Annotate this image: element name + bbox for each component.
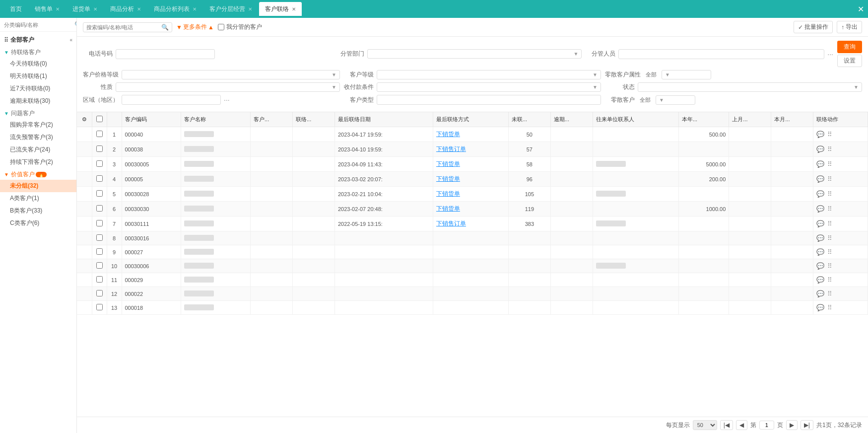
td-checkbox[interactable] (92, 231, 107, 245)
more-action-icon[interactable]: ⠿ (827, 175, 832, 183)
page-input[interactable] (759, 421, 774, 430)
contact-type-link[interactable]: 下销货单 (436, 205, 460, 212)
td-checkbox[interactable] (92, 127, 107, 142)
tab-sales[interactable]: 销售单 ✕ (29, 2, 66, 16)
td-last-contact-type[interactable] (433, 231, 508, 245)
contact-type-link[interactable]: 下销货单 (436, 160, 460, 167)
tab-sales-close[interactable]: ✕ (56, 6, 60, 12)
td-last-contact-type[interactable] (433, 273, 508, 287)
sidebar-item-c-class[interactable]: C类客户(6) (0, 217, 76, 229)
chat-icon[interactable]: 💬 (816, 262, 824, 270)
chat-icon[interactable]: 💬 (816, 160, 824, 168)
sidebar-item-churn-warning[interactable]: 流失预警客户(3) (0, 131, 76, 144)
sidebar-item-7days[interactable]: 近7天待联络(0) (0, 82, 76, 95)
chat-icon[interactable]: 💬 (816, 131, 824, 138)
row-checkbox[interactable] (96, 205, 103, 212)
chat-icon[interactable]: 💬 (816, 220, 824, 227)
td-checkbox[interactable] (92, 202, 107, 216)
more-action-icon[interactable]: ⠿ (827, 290, 832, 297)
chat-icon[interactable]: 💬 (816, 234, 824, 242)
retail-attr-select[interactable]: ▼ (662, 70, 711, 79)
td-last-contact-type[interactable] (433, 287, 508, 301)
sidebar-item-today[interactable]: 今天待联络(0) (0, 58, 76, 70)
td-last-contact-type[interactable] (433, 259, 508, 273)
chat-icon[interactable]: 💬 (816, 276, 824, 284)
td-last-contact-type[interactable]: 下销货单 (433, 202, 508, 216)
chat-icon[interactable]: 💬 (816, 290, 824, 297)
reset-btn[interactable]: 设置 (837, 55, 862, 67)
sidebar-item-ungraded[interactable]: 未分组(32) (0, 180, 76, 192)
contact-type-link[interactable]: 下销货单 (436, 190, 460, 197)
sidebar-collapse-icon[interactable]: « (69, 37, 72, 43)
tab-purchase[interactable]: 进货单 ✕ (67, 2, 103, 16)
chat-icon[interactable]: 💬 (816, 190, 824, 198)
more-conditions-btn[interactable]: ▼ 更多条件 ▲ (176, 23, 214, 31)
td-checkbox[interactable] (92, 172, 107, 187)
more-action-icon[interactable]: ⠿ (827, 234, 832, 242)
first-page-btn[interactable]: |◀ (720, 420, 733, 430)
main-search-icon[interactable]: 🔍 (161, 24, 169, 31)
main-search-input[interactable] (86, 24, 159, 30)
next-page-btn[interactable]: ▶ (786, 420, 798, 430)
td-last-contact-type[interactable] (433, 245, 508, 259)
chat-icon[interactable]: 💬 (816, 175, 824, 183)
th-settings[interactable]: ⚙ (77, 112, 92, 127)
tab-product-list[interactable]: 商品分析列表 ✕ (148, 2, 202, 16)
sidebar-item-a-class[interactable]: A类客户(1) (0, 192, 76, 205)
more-action-icon[interactable]: ⠿ (827, 262, 832, 270)
customer-type-input[interactable] (377, 95, 601, 105)
per-page-select[interactable]: 50 100 200 (693, 420, 717, 430)
td-checkbox[interactable] (92, 142, 107, 157)
row-checkbox[interactable] (96, 248, 103, 255)
chat-icon[interactable]: 💬 (816, 304, 824, 311)
row-checkbox[interactable] (96, 175, 103, 182)
td-last-contact-type[interactable]: 下销货单 (433, 127, 508, 142)
sidebar-item-churned[interactable]: 已流失客户(24) (0, 144, 76, 156)
tab-product-analysis-close[interactable]: ✕ (137, 6, 141, 12)
td-checkbox[interactable] (92, 273, 107, 287)
group-value-title[interactable]: ▼ 价值客户 🔥 (0, 168, 76, 180)
more-action-icon[interactable]: ⠿ (827, 304, 832, 311)
chat-icon[interactable]: 💬 (816, 248, 824, 256)
sidebar-item-overdue[interactable]: 逾期未联络(30) (0, 95, 76, 107)
more-action-icon[interactable]: ⠿ (827, 131, 832, 138)
dept-select[interactable]: ▼ (367, 49, 582, 59)
td-checkbox[interactable] (92, 157, 107, 172)
price-level-select[interactable]: ▼ (122, 70, 340, 79)
chat-icon[interactable]: 💬 (816, 145, 824, 153)
phone-input[interactable] (116, 49, 215, 59)
group-pending-title[interactable]: ▼ 待联络客户 (0, 46, 76, 58)
manager-input[interactable] (618, 49, 824, 59)
td-last-contact-type[interactable]: 下销货单 (433, 172, 508, 187)
manager-more-icon[interactable]: ··· (827, 50, 833, 58)
td-checkbox[interactable] (92, 287, 107, 301)
td-last-contact-type[interactable]: 下销售订单 (433, 142, 508, 157)
tab-product-analysis[interactable]: 商品分析 ✕ (104, 2, 147, 16)
chat-icon[interactable]: 💬 (816, 205, 824, 213)
more-action-icon[interactable]: ⠿ (827, 190, 832, 198)
tab-home[interactable]: 首页 (4, 2, 28, 16)
last-page-btn[interactable]: ▶| (801, 420, 813, 430)
row-checkbox[interactable] (96, 304, 103, 310)
tab-customer-contact[interactable]: 客户联络 ✕ (259, 2, 302, 16)
more-action-icon[interactable]: ⠿ (827, 160, 832, 168)
sidebar-item-b-class[interactable]: B类客户(33) (0, 205, 76, 217)
th-checkbox[interactable] (92, 112, 107, 127)
region-input[interactable] (122, 95, 221, 105)
more-action-icon[interactable]: ⠿ (827, 276, 832, 284)
category-search-input[interactable] (4, 22, 72, 28)
row-checkbox[interactable] (96, 234, 103, 241)
retail-customer-select[interactable]: ▼ (656, 95, 695, 105)
batch-operations-btn[interactable]: ✓ 批量操作 (794, 21, 833, 33)
export-btn[interactable]: ↑ 导出 (837, 21, 862, 33)
row-checkbox[interactable] (96, 190, 103, 197)
td-last-contact-type[interactable]: 下销售订单 (433, 216, 508, 231)
prev-page-btn[interactable]: ◀ (736, 420, 747, 430)
my-customers-checkbox[interactable] (218, 24, 224, 30)
group-problem-title[interactable]: ▼ 问题客户 (0, 107, 76, 119)
query-btn[interactable]: 查询 (837, 41, 862, 53)
tab-customer-segment[interactable]: 客户分层经营 ✕ (203, 2, 258, 16)
td-checkbox[interactable] (92, 187, 107, 202)
contact-type-link[interactable]: 下销货单 (436, 131, 460, 138)
more-action-icon[interactable]: ⠿ (827, 205, 832, 213)
